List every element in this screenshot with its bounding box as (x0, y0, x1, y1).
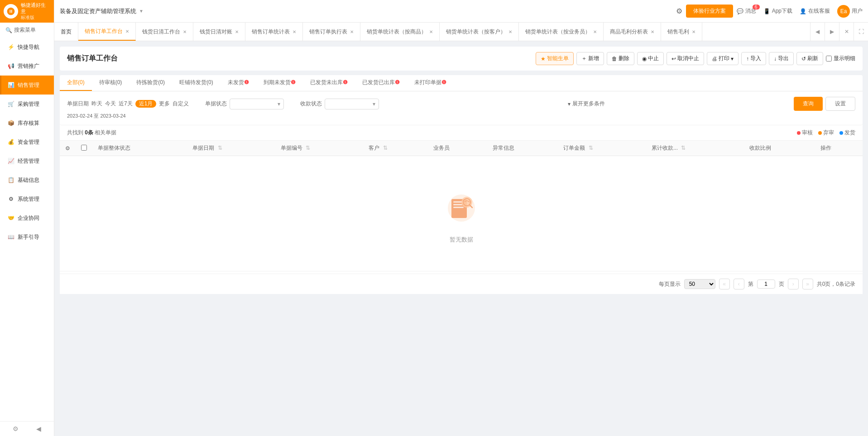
th-checkbox[interactable] (76, 141, 92, 156)
collapse-icon[interactable]: ◀ (36, 425, 41, 432)
tab-close-icon[interactable]: ✕ (350, 29, 354, 34)
tab-sales-exec[interactable]: 销售订单执行表 ✕ (303, 23, 360, 41)
sub-tab-overdue-not-shipped[interactable]: 到期未发货❶ (256, 75, 303, 91)
tab-sales-stats[interactable]: 销售订单统计表 ✕ (245, 23, 303, 41)
th-settings[interactable]: ⚙ (60, 141, 76, 156)
per-page-select[interactable]: 50 100 (684, 279, 715, 289)
first-page-btn[interactable]: « (719, 279, 730, 289)
sidebar-item-basic[interactable]: 📋 基础信息 (0, 171, 54, 190)
sub-tab-all[interactable]: 全部(0) (60, 75, 92, 91)
tab-sales-workbench[interactable]: 销售订单工作台 ✕ (78, 23, 136, 41)
tab-label: 销货单统计表（按业务员） (525, 28, 590, 36)
app-download-btn[interactable]: 📱 App下载 (763, 7, 792, 15)
th-exception[interactable]: 异常信息 (487, 141, 558, 156)
tab-close-icon[interactable]: ✕ (125, 29, 129, 34)
per-page-label: 每页显示 (659, 280, 681, 288)
sidebar-item-guide[interactable]: 📖 新手引导 (0, 227, 54, 246)
tab-sales-single-customer[interactable]: 销货单统计表（按客户） ✕ (440, 23, 519, 41)
delete-btn[interactable]: 🗑 删除 (607, 52, 634, 65)
th-staff[interactable]: 业务员 (428, 141, 487, 156)
message-btn[interactable]: 💬 消息 6 (737, 7, 756, 15)
tab-prev-btn[interactable]: ◀ (810, 23, 825, 41)
tab-expand-btn[interactable]: ⛶ (854, 23, 868, 41)
tab-close-all-btn[interactable]: ✕ (839, 23, 854, 41)
sub-tab-shipped-out[interactable]: 已发货已出库❶ (355, 75, 407, 91)
date-yesterday[interactable]: 昨天 (91, 100, 102, 108)
tab-home[interactable]: 首页 (54, 23, 78, 41)
sidebar-item-system[interactable]: ⚙ 系统管理 (0, 190, 54, 209)
sidebar-item-finance[interactable]: 💰 资金管理 (0, 133, 54, 152)
next-page-btn[interactable]: › (788, 279, 799, 289)
filter-settings-btn[interactable]: 设置 (825, 97, 855, 111)
date-1month[interactable]: 近1月 (135, 100, 157, 108)
date-today[interactable]: 今天 (105, 100, 116, 108)
review-action-btn[interactable]: 审核 (797, 129, 813, 137)
sidebar-item-operations[interactable]: 📈 经营管理 (0, 152, 54, 171)
date-more[interactable]: 更多 (159, 100, 170, 108)
sub-tab-pending-inspect[interactable]: 待拣验货(0) (129, 75, 172, 91)
tab-sales-more[interactable]: 销售毛利 ✕ (661, 23, 702, 41)
th-status[interactable]: 单据整体状态 (92, 141, 187, 156)
content-area: 销售订单工作台 ★ 智能生单 ＋ 新增 🗑 删除 ◉ 中止 (54, 41, 868, 436)
tab-close-icon[interactable]: ✕ (593, 29, 597, 34)
tab-product-margin[interactable]: 商品毛利分析表 ✕ (604, 23, 661, 41)
tab-next-btn[interactable]: ▶ (825, 23, 839, 41)
smart-gen-btn[interactable]: ★ 智能生单 (536, 52, 574, 65)
stop-btn[interactable]: ◉ 中止 (637, 52, 664, 65)
cancel-review-action-btn[interactable]: 弃审 (818, 129, 834, 137)
th-date[interactable]: 单据日期 ⇅ (187, 141, 275, 156)
sub-tab-not-shipped[interactable]: 未发货❶ (221, 75, 256, 91)
tab-sales-single-staff[interactable]: 销货单统计表（按业务员） ✕ (519, 23, 604, 41)
sidebar-item-sales[interactable]: 📊 销售管理 (0, 76, 54, 95)
sub-tab-wangpu-pending[interactable]: 旺铺待发货(0) (172, 75, 221, 91)
select-all-checkbox[interactable] (81, 145, 87, 151)
last-page-btn[interactable]: » (802, 279, 813, 289)
sidebar-item-quick-nav[interactable]: ⚡ 快捷导航 (0, 38, 54, 57)
add-btn[interactable]: ＋ 新增 (576, 52, 604, 65)
th-collected[interactable]: 累计收款... ⇅ (646, 141, 744, 156)
tab-cash-daily[interactable]: 钱货日清工作台 ✕ (136, 23, 193, 41)
industry-btn[interactable]: 体验行业方案 (686, 5, 733, 18)
table-scroll[interactable]: ⚙ 单据整体状态 单据日期 ⇅ 单据编号 ⇅ (60, 141, 863, 271)
online-service-btn[interactable]: 👤 在线客服 (800, 7, 830, 15)
tab-sales-single-product[interactable]: 销货单统计表（按商品） ✕ (360, 23, 440, 41)
tab-close-icon[interactable]: ✕ (429, 29, 433, 34)
header-settings-icon[interactable]: ⚙ (676, 7, 682, 15)
settings-bottom-icon[interactable]: ⚙ (13, 425, 19, 432)
user-area[interactable]: Ea 用户 (837, 5, 863, 18)
show-detail-input[interactable] (826, 56, 832, 62)
ship-action-btn[interactable]: 发货 (839, 129, 855, 137)
date-custom[interactable]: 自定义 (173, 100, 189, 108)
sidebar-search[interactable]: 🔍 搜索菜单 (0, 23, 54, 38)
filter-query-btn[interactable]: 查询 (794, 97, 823, 111)
status-select[interactable] (230, 99, 284, 109)
sidebar-item-purchase[interactable]: 🛒 采购管理 (0, 95, 54, 114)
export-btn[interactable]: ↓ 导出 (769, 52, 794, 65)
filter-expand-btn[interactable]: ▾ 展开更多条件 (568, 100, 605, 108)
show-detail-checkbox[interactable]: 显示明细 (826, 55, 855, 62)
prev-page-btn[interactable]: ‹ (734, 279, 744, 289)
sidebar-item-inventory[interactable]: 📦 库存核算 (0, 114, 54, 133)
tab-close-icon[interactable]: ✕ (183, 29, 187, 34)
sub-tab-shipped-not-out[interactable]: 已发货未出库❶ (303, 75, 355, 91)
print-btn[interactable]: 🖨 打印 ▾ (707, 52, 739, 65)
tab-cash-account[interactable]: 钱货日清对账 ✕ (193, 23, 245, 41)
tab-close-icon[interactable]: ✕ (508, 29, 512, 34)
cancel-stop-btn[interactable]: ↩ 取消中止 (667, 52, 704, 65)
import-btn[interactable]: ↑ 导入 (741, 52, 766, 65)
tab-close-icon[interactable]: ✕ (235, 29, 239, 34)
sidebar-item-marketing[interactable]: 📢 营销推广 (0, 57, 54, 76)
sub-tab-not-printed[interactable]: 未打印单据❶ (407, 75, 454, 91)
sub-tab-pending-review[interactable]: 待审核(0) (92, 75, 129, 91)
th-number[interactable]: 单据编号 ⇅ (275, 141, 364, 156)
tab-close-icon[interactable]: ✕ (692, 29, 695, 34)
sidebar-item-enterprise[interactable]: 🤝 企业协同 (0, 209, 54, 227)
page-input[interactable] (757, 280, 775, 289)
refresh-btn[interactable]: ↺ 刷新 (796, 52, 823, 65)
date-7days[interactable]: 近7天 (119, 100, 133, 108)
th-customer[interactable]: 客户 ⇅ (363, 141, 427, 156)
tab-close-icon[interactable]: ✕ (651, 29, 654, 34)
collection-select[interactable] (325, 99, 379, 109)
th-amount[interactable]: 订单金额 ⇅ (558, 141, 646, 156)
tab-close-icon[interactable]: ✕ (293, 29, 296, 34)
